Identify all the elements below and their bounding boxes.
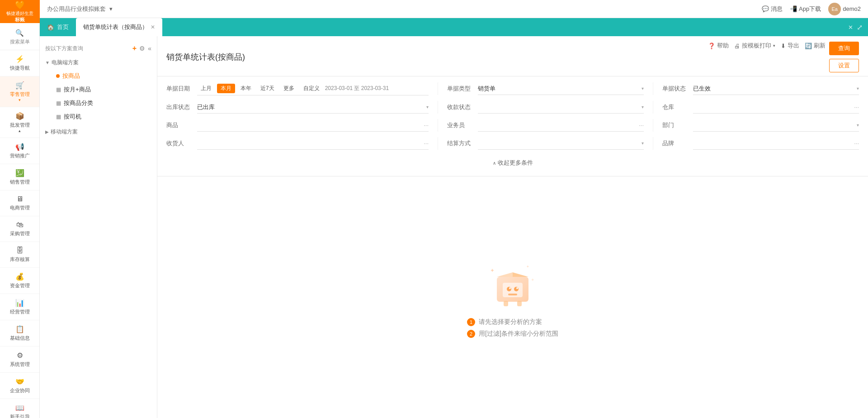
tip-1-number: 1 [467,318,475,326]
sidebar-item-quick-nav[interactable]: ⚡ 快捷导航 [0,50,39,76]
status-value[interactable]: 已生效 ▾ [693,82,859,95]
type-dropdown-icon: ▾ [642,86,644,91]
status-select[interactable]: 已生效 ▾ [693,85,859,93]
marketing-icon: 📢 [15,142,24,151]
help-btn[interactable]: ❓ 帮助 [708,42,729,50]
outstock-value[interactable]: 已出库 ▾ [197,101,429,114]
scheme-section-mobile[interactable]: ▶ 移动端方案 [40,125,157,138]
sidebar-item-marketing[interactable]: 📢 营销推广 [0,138,39,164]
scheme-item-by-month-product[interactable]: ▦ 按月+商品 [40,83,157,96]
salesman-value[interactable]: ··· [478,119,644,132]
sidebar-item-retail[interactable]: 🛒 零售管理 ▾ [0,76,39,107]
type-value[interactable]: 销货单 ▾ [478,82,644,95]
brand-dots[interactable]: ··· [854,140,859,147]
driver-icon: ▦ [56,114,61,120]
tab-home[interactable]: 🏠 首页 [40,18,76,36]
export-btn[interactable]: ⬇ 导出 [781,42,799,50]
receiver-label: 收货人 [166,139,193,147]
help-label: 帮助 [717,42,729,50]
sidebar-item-basic[interactable]: 📋 基础信息 [0,320,39,347]
payment-value[interactable]: ▾ [478,137,644,150]
user-label: demo2 [843,5,861,12]
brand-value[interactable]: ··· [693,137,859,150]
receipt-value[interactable]: ▾ [478,101,644,114]
collapse-conditions-btn[interactable]: ∧ 收起更多条件 [166,155,859,171]
filter-status: 单据状态 已生效 ▾ [662,82,859,95]
page-title: 销货单统计表(按商品) [166,52,245,62]
topbar-industry[interactable]: 办公用品行业模拟账套 ▾ [47,5,113,13]
receiver-dots[interactable]: ··· [424,140,429,147]
date-btn-this-year[interactable]: 本年 [237,84,255,93]
salesman-dots[interactable]: ··· [639,122,644,128]
tab-close-icon[interactable]: ✕ [151,24,155,30]
warehouse-value[interactable]: ··· [693,101,859,114]
date-btn-custom[interactable]: 自定义 [300,84,323,93]
scheme-item-by-driver[interactable]: ▦ 按司机 [40,110,157,124]
left-panel-add-btn[interactable]: + [132,44,137,52]
left-panel-settings-btn[interactable]: ⚙ [139,45,145,52]
tab-sales-stats[interactable]: 销货单统计表（按商品） ✕ [76,18,162,36]
setting-button[interactable]: 设置 [829,59,859,72]
date-options-group: 上月 本月 本年 近7天 更多 自定义 [197,84,323,93]
app-download-label: App下载 [799,5,821,13]
outstock-select[interactable]: 已出库 ▾ [197,103,429,111]
dept-value[interactable]: ▾ [693,119,859,132]
tab-sales-stats-label: 销货单统计表（按商品） [83,23,148,31]
sidebar-search[interactable]: 🔍 搜索菜单 [0,23,39,50]
brand-label: 品牌 [662,139,689,147]
content-area: 按以下方案查询 + ⚙ « ▼ 电脑端方案 按商品 ▦ 按月+商品 [40,36,868,418]
print-btn[interactable]: 🖨 按模板打印 ▾ [734,42,775,50]
category-icon: ▦ [56,100,61,106]
date-btn-last-month[interactable]: 上月 [197,84,215,93]
sidebar-item-ecommerce[interactable]: 🖥 电商管理 [0,190,39,216]
app-download-btn[interactable]: 📲 App下载 [790,5,821,13]
date-btn-this-month[interactable]: 本月 [217,84,235,93]
receipt-select[interactable]: ▾ [478,104,644,109]
date-btn-7days[interactable]: 近7天 [257,84,278,93]
date-range-text: 2023-03-01 至 2023-03-31 [325,85,389,92]
sidebar-item-operations[interactable]: 📊 经营管理 [0,294,39,320]
scheme-section-pc[interactable]: ▼ 电脑端方案 [40,56,157,69]
type-select[interactable]: 销货单 ▾ [478,85,644,93]
query-button[interactable]: 查询 [829,42,859,55]
outstock-label: 出库状态 [166,103,193,111]
sidebar-item-tutorial[interactable]: 📖 新手引导 [0,399,39,418]
print-icon: 🖨 [734,43,740,49]
retail-icon: 🛒 [15,81,24,90]
sidebar-item-inventory[interactable]: 🗄 库存核算 [0,242,39,268]
product-value[interactable]: ··· [197,119,429,132]
filter-brand: 品牌 ··· [662,137,859,150]
app-logo[interactable]: 🧡 畅捷通好生意 标账 [0,0,40,23]
industry-label: 办公用品行业模拟账套 [47,5,106,13]
empty-state: ✦ ✦ ✦ 1 请先选择要分析的方案 2 用[过滤]条件来缩小分析范围 [157,176,868,418]
sidebar-item-system[interactable]: ⚙ 系统管理 [0,347,39,373]
tab-expand-icon[interactable]: ⤢ [857,23,863,32]
sidebar-item-enterprise[interactable]: 🤝 企业协同 [0,373,39,399]
filter-divider-7 [438,137,438,150]
scheme-item-by-category[interactable]: ▦ 按商品分类 [40,96,157,110]
status-dropdown-icon: ▾ [857,86,859,91]
refresh-btn[interactable]: 🔄 刷新 [805,42,826,50]
product-dots[interactable]: ··· [424,122,429,128]
filter-divider-8 [653,137,653,150]
payment-select[interactable]: ▾ [478,141,644,146]
sidebar-item-wholesale[interactable]: 📦 批发管理 ▴ [0,107,39,138]
tab-close-all-icon[interactable]: ✕ [848,24,853,31]
filter-product: 商品 ··· [166,119,429,132]
user-profile[interactable]: Ea demo2 [828,3,861,15]
topbar-right: 💬 消息 📲 App下载 Ea demo2 [762,3,861,15]
date-btn-more[interactable]: 更多 [280,84,298,93]
scheme-item-by-product[interactable]: 按商品 [40,69,157,83]
left-panel-collapse-btn[interactable]: « [148,45,151,52]
export-icon: ⬇ [781,43,786,49]
sidebar-item-sales[interactable]: 💹 销售管理 [0,164,39,190]
message-btn[interactable]: 💬 消息 [762,5,783,13]
empty-illustration: ✦ ✦ ✦ [486,256,540,311]
dept-select[interactable]: ▾ [693,123,859,128]
receiver-value[interactable]: ··· [197,137,429,150]
sidebar-item-finance[interactable]: 💰 资金管理 [0,268,39,294]
sidebar-item-purchase[interactable]: 🛍 采购管理 [0,216,39,242]
warehouse-dots[interactable]: ··· [854,104,859,110]
operations-icon: 📊 [15,299,24,307]
print-label: 按模板打印 [742,42,771,50]
